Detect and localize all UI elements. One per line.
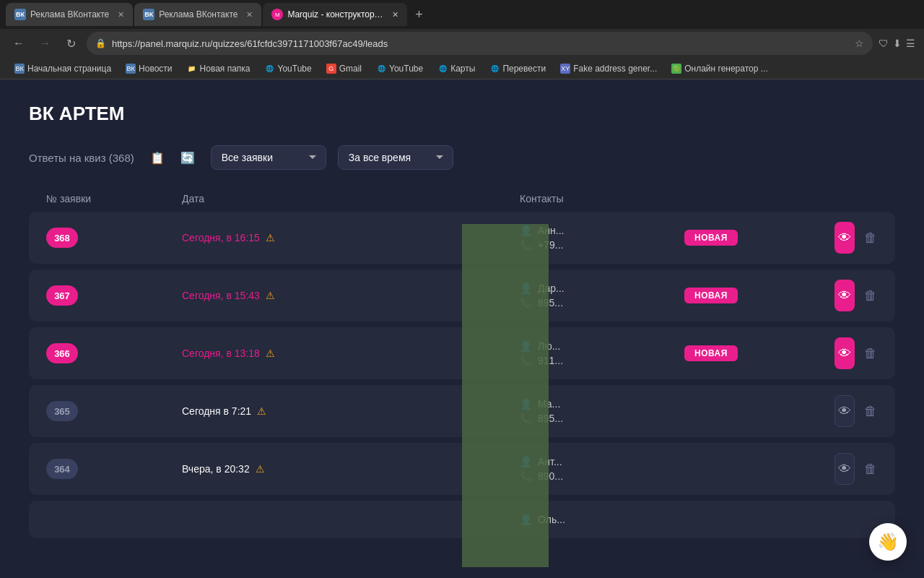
contact-name-363: 👤 Оль... xyxy=(520,514,679,525)
bm-green-icon: 🟢 xyxy=(671,64,681,74)
status-badge-368: НОВАЯ xyxy=(684,230,738,246)
contact-name-365: 👤 Ма... xyxy=(520,398,679,410)
tab-2-close[interactable]: ✕ xyxy=(246,10,253,20)
bm-gmail-icon: G xyxy=(326,64,336,74)
bookmark-youtube1-label: YouTube xyxy=(278,64,312,74)
delete-button-367[interactable]: 🗑 xyxy=(863,284,878,307)
bookmark-gmail-label: Gmail xyxy=(339,64,362,74)
warning-icon-367: ⚠ xyxy=(266,290,275,301)
view-button-368[interactable]: 👁 xyxy=(834,222,855,254)
bookmark-maps[interactable]: 🌐 Карты xyxy=(432,62,481,75)
page-title: ВК АРТЕМ xyxy=(29,103,895,125)
date-select[interactable]: За все время Сегодня Вчера За неделю xyxy=(338,145,453,170)
contact-phone-text-366: 911... xyxy=(538,355,563,366)
row-number-364: 364 xyxy=(46,459,176,479)
bm-translate-icon: 🌐 xyxy=(489,64,500,74)
bookmark-maps-label: Карты xyxy=(450,64,475,74)
table-row: 👤 Оль... xyxy=(29,501,895,538)
bm-vk-icon-2: ВК xyxy=(126,64,136,74)
bookmark-translate-label: Перевести xyxy=(502,64,546,74)
status-badge-367: НОВАЯ xyxy=(684,288,738,303)
warning-icon-366: ⚠ xyxy=(266,348,275,359)
bookmark-generator[interactable]: 🟢 Онлайн генератор ... xyxy=(666,62,774,75)
address-bar[interactable]: 🔒 https://panel.marquiz.ru/quizzes/61fcf… xyxy=(87,32,873,55)
person-icon-364: 👤 xyxy=(520,456,532,467)
contact-cell-367: 👤 Дар... 📞 895... xyxy=(520,282,679,309)
back-button[interactable]: ← xyxy=(9,33,29,53)
view-button-367[interactable]: 👁 xyxy=(834,280,855,311)
reload-button[interactable]: ↻ xyxy=(61,33,81,53)
badge-367: 367 xyxy=(46,285,78,306)
table-header: № заявки Дата Контакты xyxy=(29,193,895,212)
toolbar: Ответы на квиз (368) 📋 🔄 Все заявки Новы… xyxy=(29,145,895,170)
tab-3-close[interactable]: ✕ xyxy=(392,10,398,20)
vk-icon-1: ВК xyxy=(14,9,26,20)
bookmark-youtube1[interactable]: 🌐 YouTube xyxy=(259,62,318,75)
wave-button[interactable]: 👋 xyxy=(869,523,907,561)
contact-phone-368: 📞 +79... xyxy=(520,239,679,251)
toolbar-icons: 📋 🔄 xyxy=(146,146,199,169)
view-button-366[interactable]: 👁 xyxy=(834,337,855,369)
row-date-366: Сегодня, в 13:18 ⚠ xyxy=(182,348,514,359)
new-tab-button[interactable]: + xyxy=(409,4,429,25)
contact-name-364: 👤 Ант... xyxy=(520,456,679,467)
view-button-364[interactable]: 👁 xyxy=(834,453,855,485)
row-date-364: Вчера, в 20:32 ⚠ xyxy=(182,463,514,475)
bookmark-fakeaddr-label: Fake address gener... xyxy=(573,64,657,74)
bookmark-folder-label: Новая папка xyxy=(200,64,250,74)
delete-button-366[interactable]: 🗑 xyxy=(863,342,878,365)
refresh-button[interactable]: 🔄 xyxy=(176,146,199,169)
filter-select[interactable]: Все заявки Новые Обработанные xyxy=(211,145,326,170)
bookmark-youtube2[interactable]: 🌐 YouTube xyxy=(370,62,429,75)
status-cell-366: НОВАЯ xyxy=(684,345,829,361)
bookmarks-bar: ВК Начальная страница ВК Новости 📁 Новая… xyxy=(0,58,924,79)
delete-button-368[interactable]: 🗑 xyxy=(863,226,878,249)
contact-name-text-367: Дар... xyxy=(538,282,565,294)
tab-2[interactable]: ВК Реклама ВКонтакте ✕ xyxy=(134,3,261,26)
bookmark-translate[interactable]: 🌐 Перевести xyxy=(484,62,552,75)
download-icon[interactable]: ⬇ xyxy=(893,38,902,49)
phone-icon-364: 📞 xyxy=(520,470,532,482)
marquiz-icon: M xyxy=(271,9,283,20)
date-text-365: Сегодня в 7:21 xyxy=(182,405,251,417)
extensions-icon[interactable]: 🛡 xyxy=(879,38,889,49)
warning-icon-365: ⚠ xyxy=(257,405,266,417)
view-button-365[interactable]: 👁 xyxy=(834,395,855,427)
delete-button-364[interactable]: 🗑 xyxy=(863,457,878,480)
bookmark-star[interactable]: ☆ xyxy=(855,38,864,49)
table-row: 367 Сегодня, в 15:43 ⚠ 👤 Дар... 📞 895...… xyxy=(29,269,895,322)
row-number-367: 367 xyxy=(46,285,176,306)
nav-bar: ← → ↻ 🔒 https://panel.marquiz.ru/quizzes… xyxy=(0,29,924,58)
tab-1[interactable]: ВК Реклама ВКонтакте ✕ xyxy=(6,3,133,26)
bookmark-news[interactable]: ВК Новости xyxy=(120,62,178,75)
date-text-368: Сегодня, в 16:15 xyxy=(182,232,260,243)
bookmark-fakeaddr[interactable]: XY Fake address gener... xyxy=(554,62,663,75)
status-badge-366: НОВАЯ xyxy=(684,345,738,361)
bookmark-folder[interactable]: 📁 Новая папка xyxy=(181,62,256,75)
menu-icon[interactable]: ☰ xyxy=(906,38,915,49)
badge-366: 366 xyxy=(46,343,78,363)
bookmark-gmail[interactable]: G Gmail xyxy=(321,62,367,75)
tab-1-close[interactable]: ✕ xyxy=(118,10,124,20)
badge-368: 368 xyxy=(46,228,78,248)
date-text-366: Сегодня, в 13:18 xyxy=(182,348,260,359)
phone-icon-365: 📞 xyxy=(520,413,532,424)
phone-icon-368: 📞 xyxy=(520,239,532,251)
contact-cell-365: 👤 Ма... 📞 895... xyxy=(520,398,679,424)
table-row: 368 Сегодня, в 16:15 ⚠ 👤 Анн... 📞 +79...… xyxy=(29,212,895,264)
bookmark-home[interactable]: ВК Начальная страница xyxy=(9,62,117,75)
contact-cell-368: 👤 Анн... 📞 +79... xyxy=(520,225,679,251)
bm-maps-icon: 🌐 xyxy=(437,64,448,74)
forward-button[interactable]: → xyxy=(35,33,55,53)
delete-button-365[interactable]: 🗑 xyxy=(863,400,878,423)
export-button[interactable]: 📋 xyxy=(146,146,169,169)
col-contacts: Контакты xyxy=(520,193,679,204)
contact-name-367: 👤 Дар... xyxy=(520,282,679,294)
lock-icon: 🔒 xyxy=(95,38,106,48)
phone-icon-366: 📞 xyxy=(520,355,532,366)
warning-icon-368: ⚠ xyxy=(266,232,275,243)
person-icon-368: 👤 xyxy=(520,225,532,236)
contact-cell-366: 👤 Лю... 📞 911... xyxy=(520,340,679,366)
action-cell-366: 👁 🗑 xyxy=(834,337,878,369)
tab-3[interactable]: M Marquiz - конструктор маркет... ✕ xyxy=(263,3,407,26)
